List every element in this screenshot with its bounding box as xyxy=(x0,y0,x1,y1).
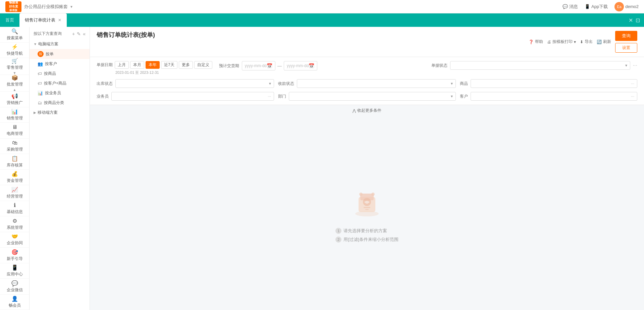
filter-date-cell: 单据日期 上月 本月 本年 近7天 更多 自定义 2023-01-01 至 20… xyxy=(97,61,212,75)
collapse-bar[interactable]: ⋀ 收起更多条件 xyxy=(90,105,644,116)
sidebar-item-marketing-label: 营销推广 xyxy=(7,100,23,106)
page-header-actions: ❓ 帮助 🖨 按模板打印 ▾ ⬇ 导出 🔄 刷新 xyxy=(529,31,637,57)
expected-date-end[interactable]: yyyy-mm-dd 📅 xyxy=(284,61,317,70)
period-btns: 上月 本月 本年 近7天 更多 自定义 xyxy=(115,61,212,69)
filter-salesperson-cell: 业务员 ··· xyxy=(97,92,274,101)
payment-select[interactable]: ▾ xyxy=(297,79,455,88)
date-separator: — xyxy=(277,63,282,68)
sidebar-item-collab[interactable]: 🤝 企业协同 xyxy=(0,232,29,248)
sidebar-item-system[interactable]: ⚙ 系统管理 xyxy=(0,216,29,232)
period-more[interactable]: 更多 xyxy=(179,61,193,69)
goods-input[interactable]: ··· xyxy=(471,79,637,88)
sidebar-item-inventory[interactable]: 📋 库存核算 xyxy=(0,154,29,170)
tab-close-all-icon[interactable]: ✕ xyxy=(629,17,633,23)
scheme-item-label-customer: 按客户 xyxy=(45,61,57,67)
sidebar-item-basic-info[interactable]: ℹ 基础信息 xyxy=(0,201,29,217)
collab-icon: 🤝 xyxy=(11,233,18,240)
print-icon: 🖨 xyxy=(547,40,551,44)
status-dropdown-icon: ▾ xyxy=(625,63,627,68)
tab-close-btn[interactable]: ✕ xyxy=(58,18,61,22)
customer-label: 客户 xyxy=(460,94,468,99)
empty-illustration xyxy=(347,184,387,224)
management-icon: 📈 xyxy=(11,187,18,193)
period-this-month[interactable]: 本月 xyxy=(130,61,144,69)
query-btn[interactable]: 查询 xyxy=(615,31,637,41)
sidebar-item-quicknav-label: 快捷导航 xyxy=(7,51,23,56)
sidebar-item-appcenter[interactable]: 📱 应用中心 xyxy=(0,263,29,279)
message-btn[interactable]: 💬 消息 xyxy=(562,4,578,10)
salesperson-input[interactable]: ··· xyxy=(111,92,274,101)
scheme-group-mobile-title[interactable]: ▶ 移动端方案 xyxy=(30,108,90,117)
scheme-item-by-salesperson[interactable]: 📊 按业务员 xyxy=(30,88,90,98)
mobile-group-label: 移动端方案 xyxy=(38,110,58,115)
title-dropdown-icon[interactable]: ▾ xyxy=(70,4,72,9)
scheme-item-by-goods[interactable]: 🏷 按商品 xyxy=(30,69,90,79)
tab-home[interactable]: 首页 xyxy=(0,13,19,27)
customer-input[interactable]: ··· xyxy=(471,92,637,101)
sidebar-item-wechat-label: 企业微信 xyxy=(7,287,23,293)
filter-payment-cell: 收款状态 ▾ xyxy=(278,79,455,88)
period-7days[interactable]: 近7天 xyxy=(161,61,177,69)
tab-restore-icon[interactable]: ⊡ xyxy=(636,17,640,23)
status-label: 单据状态 xyxy=(431,63,447,68)
sidebar-item-quicknav[interactable]: ⚡ 快捷导航 xyxy=(0,43,29,58)
tip-num-2: 2 xyxy=(335,237,341,243)
scheme-edit-btn[interactable]: ✎ xyxy=(77,31,81,37)
scheme-item-by-customer-goods[interactable]: 🏷 按客户+商品 xyxy=(30,79,90,88)
filter-row-2: 出库状态 ▾ 收款状态 ▾ 商品 xyxy=(97,79,637,88)
sidebar-item-system-label: 系统管理 xyxy=(7,225,23,230)
sidebar-item-ecommerce[interactable]: 🖥 电商管理 xyxy=(0,123,29,139)
app-download-btn[interactable]: 📱 App下载 xyxy=(585,4,608,10)
sidebar-item-finance-label: 资金管理 xyxy=(7,178,23,184)
sidebar-item-wholesale-label: 批发管理 xyxy=(7,82,23,87)
status-select[interactable]: ▾ xyxy=(450,61,630,70)
sidebar-item-wechat[interactable]: 💬 企业微信 xyxy=(0,279,29,295)
sidebar-item-vip[interactable]: 👤 畅会员 xyxy=(0,295,29,310)
setting-btn[interactable]: 设置 xyxy=(615,43,637,53)
sidebar-item-vip-label: 畅会员 xyxy=(9,303,21,308)
sidebar-item-wholesale[interactable]: 📦 批发管理 ▲ xyxy=(0,75,29,92)
sidebar-item-sales-label: 销售管理 xyxy=(7,115,23,121)
scheme-group-desktop-title[interactable]: ▼ 电脑端方案 xyxy=(30,39,90,49)
sidebar-item-purchase[interactable]: 🛍 采购管理 xyxy=(0,139,29,154)
tab-sales-order[interactable]: 销售订单统计表 ✕ xyxy=(19,13,67,27)
system-icon: ⚙ xyxy=(12,218,17,224)
sidebar-item-retail[interactable]: 🛒 零售管理 ▼ xyxy=(0,58,29,75)
filter-customer-cell: 客户 ··· xyxy=(460,92,637,101)
help-btn[interactable]: ❓ 帮助 xyxy=(529,39,543,45)
scheme-item-by-customer[interactable]: 👥 按客户 xyxy=(30,59,90,69)
search-icon: 🔍 xyxy=(11,28,18,35)
sidebar-item-finance[interactable]: 💰 资金管理 xyxy=(0,170,29,186)
app-title: 办公用品行业模拟账套 xyxy=(24,4,68,10)
sidebar-item-marketing[interactable]: 📢 营销推广 xyxy=(0,92,29,107)
tip-num-2-text: 2 xyxy=(337,238,339,242)
scheme-collapse-btn[interactable]: « xyxy=(83,31,86,37)
refresh-btn[interactable]: 🔄 刷新 xyxy=(597,39,611,45)
out-status-select[interactable]: ▾ xyxy=(115,79,274,88)
scheme-add-btn[interactable]: + xyxy=(72,31,75,37)
scheme-item-by-order[interactable]: 按 按单 xyxy=(30,49,90,59)
sidebar-item-sales[interactable]: 📊 销售管理 xyxy=(0,107,29,123)
user-menu[interactable]: Ea demo2 xyxy=(614,2,639,11)
template-print-btn[interactable]: 🖨 按模板打印 ▾ xyxy=(547,39,576,45)
period-this-year[interactable]: 本年 xyxy=(146,61,160,69)
expected-date-start[interactable]: yyyy-mm-dd 📅 xyxy=(242,61,275,70)
sidebar-item-guide[interactable]: 🎯 新手引导 xyxy=(0,248,29,263)
scheme-item-by-category[interactable]: 🗂 按商品分类 xyxy=(30,98,90,108)
page-header: 销售订单统计表(按单) ❓ 帮助 🖨 按模板打印 ▾ ⬇ 导出 xyxy=(90,27,644,57)
period-custom[interactable]: 自定义 xyxy=(194,61,212,69)
sidebar-item-purchase-label: 采购管理 xyxy=(7,147,23,152)
tab-home-label: 首页 xyxy=(5,17,14,23)
scheme-item-label-goods: 按商品 xyxy=(44,71,56,76)
export-btn[interactable]: ⬇ 导出 xyxy=(580,39,593,45)
sidebar-item-search[interactable]: 🔍 搜索菜单 xyxy=(0,27,29,43)
dept-select[interactable]: ▾ xyxy=(289,92,455,101)
calendar-icon-1: 📅 xyxy=(267,63,272,68)
inventory-icon: 📋 xyxy=(11,155,18,162)
period-prev-month[interactable]: 上月 xyxy=(115,61,129,69)
empty-tip-1-text: 请先选择要分析的方案 xyxy=(343,228,387,234)
status-more-icon[interactable]: ··· xyxy=(633,62,637,68)
date-label: 单据日期 xyxy=(97,62,113,68)
sidebar-item-management[interactable]: 📈 经营管理 xyxy=(0,185,29,201)
filter-section: 单据日期 上月 本月 本年 近7天 更多 自定义 2023-01-01 至 20… xyxy=(90,57,644,105)
